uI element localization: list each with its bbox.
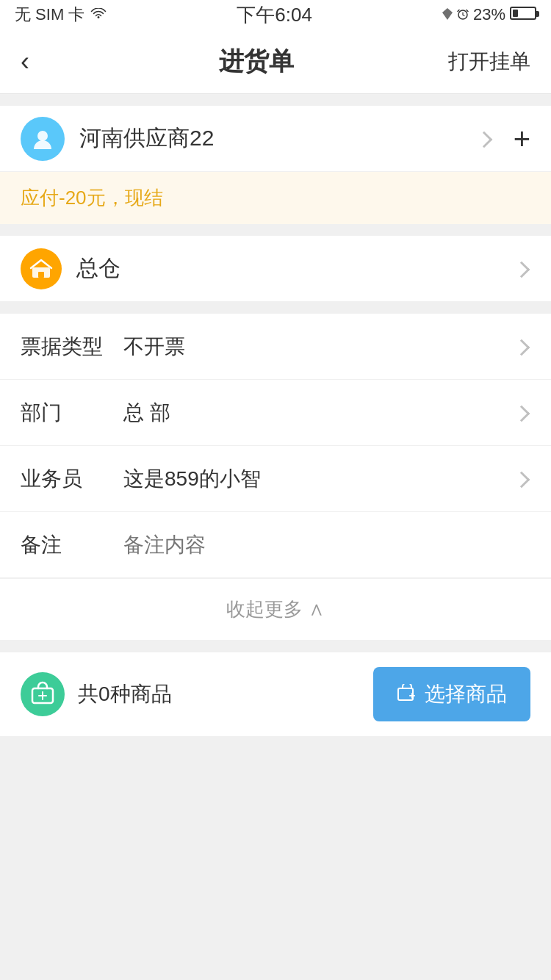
svg-rect-5 xyxy=(398,688,413,700)
product-count-label: 共0种商品 xyxy=(78,680,373,708)
collapse-button[interactable]: 收起更多 ∧ xyxy=(0,578,551,640)
salesperson-value: 这是859的小智 xyxy=(109,465,516,493)
alarm-icon xyxy=(457,5,469,24)
warehouse-name: 总仓 xyxy=(76,253,516,284)
collapse-label: 收起更多 ∧ xyxy=(226,597,324,622)
remark-input[interactable] xyxy=(109,533,530,557)
supplier-name: 河南供应商22 xyxy=(79,123,478,154)
supplier-chevron-icon xyxy=(478,127,493,151)
open-pending-button[interactable]: 打开挂单 xyxy=(448,48,530,76)
product-icon xyxy=(21,672,65,716)
supplier-section: 河南供应商22 + 应付-20元，现结 xyxy=(0,106,551,224)
add-supplier-button[interactable]: + xyxy=(514,124,530,154)
section-gap-4 xyxy=(0,640,551,652)
department-row[interactable]: 部门 总 部 xyxy=(0,380,551,446)
salesperson-chevron-icon xyxy=(516,467,530,491)
location-icon xyxy=(442,5,453,24)
supplier-avatar xyxy=(21,117,65,161)
department-value: 总 部 xyxy=(109,399,516,427)
svg-rect-3 xyxy=(38,272,44,278)
status-left: 无 SIM 卡 xyxy=(15,4,107,26)
carrier-label: 无 SIM 卡 xyxy=(15,4,84,26)
select-product-label: 选择商品 xyxy=(425,680,507,708)
battery-icon xyxy=(510,5,536,24)
back-button[interactable]: ‹ xyxy=(21,46,65,77)
select-product-button[interactable]: 选择商品 xyxy=(373,667,530,721)
status-time: 下午6:04 xyxy=(237,2,312,28)
invoice-type-label: 票据类型 xyxy=(21,333,109,361)
supplier-row[interactable]: 河南供应商22 + xyxy=(0,106,551,172)
nav-bar: ‹ 进货单 打开挂单 xyxy=(0,29,551,94)
section-gap-3 xyxy=(0,302,551,314)
warehouse-row[interactable]: 总仓 xyxy=(0,236,551,302)
department-chevron-icon xyxy=(516,401,530,425)
bottom-bar: 共0种商品 选择商品 xyxy=(0,652,551,736)
svg-point-1 xyxy=(37,131,48,141)
salesperson-label: 业务员 xyxy=(21,465,109,493)
department-label: 部门 xyxy=(21,399,109,427)
invoice-type-row[interactable]: 票据类型 不开票 xyxy=(0,314,551,380)
salesperson-row[interactable]: 业务员 这是859的小智 xyxy=(0,446,551,512)
wifi-icon xyxy=(90,5,107,24)
battery-label: 23% xyxy=(473,5,505,24)
status-bar: 无 SIM 卡 下午6:04 23% xyxy=(0,0,551,29)
page-title: 进货单 xyxy=(219,45,294,79)
warehouse-icon xyxy=(21,248,62,289)
form-section: 票据类型 不开票 部门 总 部 业务员 这是859的小智 备注 收起更多 ∧ xyxy=(0,314,551,640)
remark-label: 备注 xyxy=(21,531,109,559)
section-gap-2 xyxy=(0,224,551,236)
section-gap-1 xyxy=(0,94,551,106)
invoice-type-chevron-icon xyxy=(516,335,530,359)
warehouse-chevron-icon xyxy=(516,257,530,281)
supplier-notice: 应付-20元，现结 xyxy=(0,172,551,224)
remark-row: 备注 xyxy=(0,512,551,578)
invoice-type-value: 不开票 xyxy=(109,333,516,361)
status-right: 23% xyxy=(442,5,536,24)
